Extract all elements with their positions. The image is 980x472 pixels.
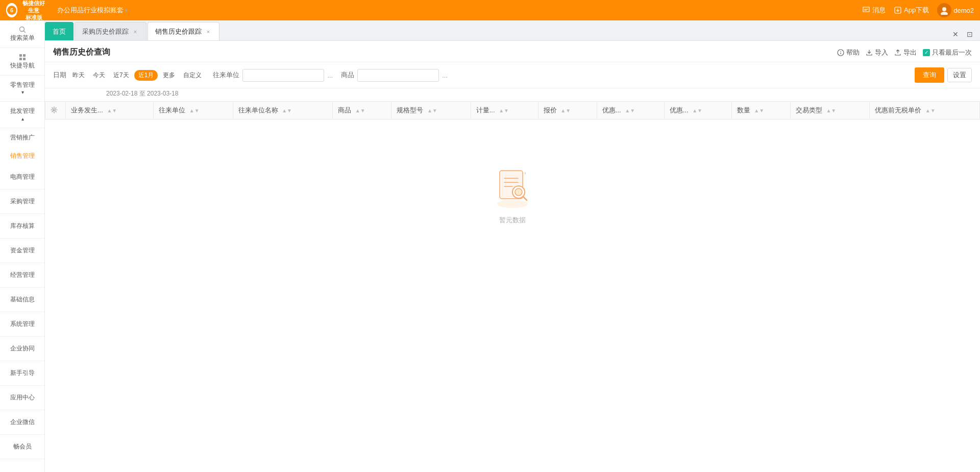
table-col-price[interactable]: 报价 ▲▼ (538, 102, 597, 120)
goods-dots[interactable]: ... (442, 72, 448, 79)
sidebar-item-enterprise[interactable]: 企业协同 (0, 337, 44, 361)
logo-icon: 6 (6, 3, 17, 17)
sidebar-item-enterprise-wechat[interactable]: 企业微信 (0, 410, 44, 435)
svg-point-4 (941, 12, 948, 15)
help-btn[interactable]: 帮助 (837, 48, 860, 57)
settings-button[interactable]: 设置 (947, 68, 972, 82)
date-btn-yesterday[interactable]: 昨天 (69, 70, 88, 81)
sidebar-item-purchase[interactable]: 采购管理 (0, 190, 44, 214)
table-col-partner-name[interactable]: 往来单位名称 ▲▼ (233, 102, 333, 120)
sidebar-item-app-center[interactable]: 应用中心 (0, 386, 44, 410)
date-btn-more[interactable]: 更多 (160, 70, 178, 81)
sidebar-quick-nav-label: 快捷导航 (10, 61, 35, 70)
sidebar-ecommerce-label: 电商管理 (10, 173, 35, 181)
table-container: 业务发生... ▲▼ 往来单位 ▲▼ 往来单位名称 ▲▼ (45, 101, 980, 120)
import-label: 导入 (875, 48, 888, 57)
sidebar-item-inventory[interactable]: 库存核算 (0, 214, 44, 239)
date-btn-today[interactable]: 今天 (90, 70, 108, 81)
sidebar-item-wholesale[interactable]: 批发管理 ▴ (0, 102, 44, 128)
sidebar-item-system[interactable]: 系统管理 (0, 312, 44, 337)
sidebar-item-finance[interactable]: 资金管理 (0, 239, 44, 263)
sidebar-item-search[interactable]: 搜索菜单 (0, 20, 44, 48)
table-col-partner-code[interactable]: 往来单位 ▲▼ (154, 102, 233, 120)
date-filter-label: 日期 (53, 70, 66, 80)
sidebar-item-ecommerce[interactable]: 电商管理 (0, 165, 44, 190)
goods-filter-group: 商品 ... (341, 69, 448, 82)
workspace-name: 办公用品行业模拟账套 (57, 6, 124, 15)
table-col-quantity[interactable]: 数量 ▲▼ (731, 102, 790, 120)
date-btn-7days[interactable]: 近7天 (110, 70, 132, 81)
only-last-label: 只看最后一次 (932, 48, 972, 57)
tab-purchase-history[interactable]: 采购历史价跟踪 × (75, 22, 146, 40)
sidebar-item-retail[interactable]: 零售管理 ▾ (0, 76, 44, 102)
table-col-discount1[interactable]: 优惠... ▲▼ (597, 102, 664, 120)
sidebar-item-operations[interactable]: 经营管理 (0, 263, 44, 288)
svg-rect-9 (23, 58, 26, 60)
import-btn[interactable]: 导入 (866, 48, 888, 57)
date-filter-group: 日期 昨天 今天 近7天 近1月 更多 自定义 (53, 70, 205, 81)
tab-home[interactable]: 首页 (45, 22, 74, 40)
col-price-label: 报价 (544, 106, 557, 114)
table-col-trade-type[interactable]: 交易类型 ▲▼ (790, 102, 869, 120)
top-bar-right: 消息 App下载 demo2 (862, 3, 974, 17)
svg-point-12 (53, 109, 55, 111)
col-trade-type-label: 交易类型 (796, 106, 822, 114)
tab-bar-actions: ✕ ⊡ (945, 28, 980, 40)
checkbox-checked-icon: ✓ (923, 49, 930, 56)
table-col-gear[interactable] (45, 102, 66, 120)
sidebar-item-member[interactable]: 畅会员 (0, 435, 44, 459)
col-discount1-label: 优惠... (602, 106, 621, 114)
col-partner-name-label: 往来单位名称 (238, 106, 278, 114)
sort-quantity-icon: ▲▼ (754, 108, 764, 113)
sidebar-item-sales-mgmt[interactable]: 销售管理 (0, 147, 44, 165)
col-quantity-label: 数量 (737, 106, 750, 114)
workspace-dropdown-icon: ▾ (125, 7, 128, 14)
tab-sales-history-close-icon[interactable]: × (205, 28, 212, 35)
sort-spec-icon: ▲▼ (427, 108, 437, 113)
col-pretax-price-label: 优惠前无税单价 (875, 106, 921, 114)
query-button[interactable]: 查询 (915, 67, 944, 83)
app-download-btn[interactable]: App下载 (894, 6, 929, 15)
table-col-business-date[interactable]: 业务发生... ▲▼ (66, 102, 154, 120)
export-btn[interactable]: 导出 (894, 48, 917, 57)
tab-close-all-btn[interactable]: ✕ (949, 28, 962, 40)
sidebar-search-label: 搜索菜单 (10, 34, 35, 42)
app-logo: 6 畅捷信好生意 标准版 (6, 0, 47, 21)
message-btn[interactable]: 消息 (862, 6, 886, 15)
table-col-discount2[interactable]: 优惠... ▲▼ (664, 102, 731, 120)
empty-state-text: 暂元数据 (499, 216, 526, 225)
workspace-selector[interactable]: 办公用品行业模拟账套 ▾ (47, 6, 862, 15)
table-col-pretax-price[interactable]: 优惠前无税单价 ▲▼ (870, 102, 980, 120)
tab-purchase-history-close-icon[interactable]: × (132, 28, 139, 35)
partner-input[interactable] (242, 69, 324, 82)
sidebar-enterprise-wechat-label: 企业微信 (10, 418, 35, 427)
date-btn-custom[interactable]: 自定义 (180, 70, 205, 81)
filter-bar: 日期 昨天 今天 近7天 近1月 更多 自定义 往来单位 ... (45, 62, 980, 88)
brand-name: 畅捷信好生意 标准版 (20, 0, 47, 21)
only-last-checkbox[interactable]: ✓ 只看最后一次 (923, 48, 972, 57)
sidebar-item-new-guide[interactable]: 新手引导 (0, 361, 44, 386)
sidebar-item-quick-nav[interactable]: 快捷导航 (0, 48, 44, 76)
table-col-goods[interactable]: 商品 ▲▼ (333, 102, 391, 120)
app-download-label: App下载 (904, 6, 929, 15)
tab-restore-btn[interactable]: ⊡ (964, 28, 976, 40)
table-col-unit[interactable]: 计量... ▲▼ (471, 102, 538, 120)
sidebar-system-label: 系统管理 (10, 320, 35, 328)
user-profile-btn[interactable]: demo2 (937, 3, 974, 17)
sidebar-item-basic-info[interactable]: 基础信息 (0, 288, 44, 312)
goods-input[interactable] (357, 69, 439, 82)
date-btn-1month[interactable]: 近1月 (134, 70, 158, 81)
sidebar-item-marketing[interactable]: 营销推广 (0, 128, 44, 147)
partner-dots[interactable]: ... (327, 72, 333, 79)
sidebar-wholesale-label: 批发管理 (10, 107, 35, 115)
tab-purchase-history-label: 采购历史价跟踪 (82, 27, 129, 36)
page-title: 销售历史价查询 (53, 47, 110, 58)
sort-discount2-icon: ▲▼ (692, 108, 702, 113)
tab-sales-history[interactable]: 销售历史价跟踪 × (148, 22, 219, 40)
sort-unit-icon: ▲▼ (499, 108, 509, 113)
col-spec-label: 规格型号 (397, 106, 423, 114)
tab-bar: 首页 采购历史价跟踪 × 销售历史价跟踪 × ✕ ⊡ (45, 20, 980, 41)
table-col-spec[interactable]: 规格型号 ▲▼ (391, 102, 471, 120)
sidebar-sales-mgmt-label: 销售管理 (10, 152, 35, 160)
sidebar-finance-label: 资金管理 (10, 246, 35, 255)
